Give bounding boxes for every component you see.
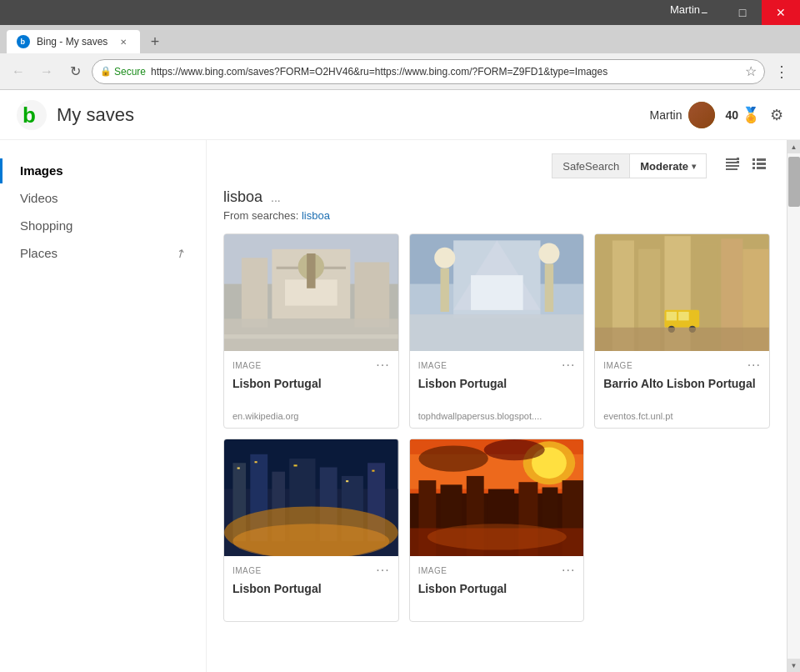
content-area: SafeSearch Moderate ▾ [207, 140, 787, 672]
header-username: Martin [650, 108, 682, 122]
svg-rect-8 [737, 158, 739, 160]
url-bar-wrap: 🔒 Secure ☆ [92, 59, 765, 84]
window-controls: − □ ✕ [685, 0, 800, 25]
sidebar-item-label: Places [20, 246, 58, 260]
section-title: lisboa [223, 188, 262, 206]
scroll-down-button[interactable]: ▼ [788, 659, 800, 672]
url-input[interactable] [92, 59, 765, 84]
view-toggle [722, 153, 770, 178]
svg-rect-12 [752, 163, 755, 165]
image-card[interactable]: IMAGE ··· Lisbon Portugal tophdwallpaper… [409, 233, 585, 429]
image-card-title: Lisbon Portugal [418, 376, 576, 406]
section-header: lisboa ... [223, 188, 770, 206]
scroll-thumb[interactable] [788, 157, 800, 207]
svg-rect-24 [307, 253, 315, 288]
list-view-icon[interactable] [748, 153, 770, 178]
image-thumbnail [595, 234, 769, 351]
image-thumbnail [410, 439, 584, 556]
svg-rect-9 [737, 161, 739, 163]
svg-rect-30 [471, 275, 523, 310]
bookmark-icon[interactable]: ☆ [745, 63, 757, 79]
image-card[interactable]: IMAGE ··· Lisbon Portugal en.wikipedia.o… [223, 233, 399, 429]
page-title: My saves [57, 104, 134, 126]
title-bar-username: Martin [670, 3, 700, 16]
image-more-button[interactable]: ··· [562, 358, 575, 373]
safe-search-value[interactable]: Moderate ▾ [629, 153, 707, 178]
bing-header: b My saves Martin 40 🏅 ⚙ [0, 90, 800, 140]
image-card[interactable]: IMAGE ··· Lisbon Portugal [223, 439, 399, 622]
sidebar-item-label: Images [20, 163, 63, 178]
settings-icon[interactable]: ⚙ [770, 106, 783, 124]
section-more-button[interactable]: ... [271, 191, 281, 204]
sidebar: Images Videos Shopping Places ↗ [0, 140, 207, 672]
svg-rect-65 [372, 470, 374, 472]
image-more-button[interactable]: ··· [376, 358, 389, 373]
checklist-view-icon[interactable] [722, 153, 743, 178]
image-card-header: IMAGE ··· [418, 563, 576, 578]
browser-content: b My saves Martin 40 🏅 ⚙ Images [0, 90, 800, 672]
safe-search-control[interactable]: SafeSearch Moderate ▾ [552, 153, 707, 178]
reward-badge[interactable]: 40 🏅 [725, 106, 760, 124]
sidebar-item-shopping[interactable]: Shopping [0, 212, 206, 239]
image-card-info: IMAGE ··· Lisbon Portugal tophdwallpaper… [410, 351, 584, 428]
image-card-source: tophdwallpapersus.blogspot.... [418, 411, 576, 421]
search-link[interactable]: lisboa [302, 209, 330, 222]
image-card-info: IMAGE ··· Lisbon Portugal en.wikipedia.o… [224, 351, 398, 428]
svg-point-82 [428, 524, 567, 549]
active-tab[interactable]: b Bing - My saves ✕ [7, 30, 140, 53]
image-more-button[interactable]: ··· [376, 563, 389, 578]
svg-text:b: b [21, 38, 26, 46]
image-type-badge: IMAGE [232, 566, 262, 575]
new-tab-button[interactable]: + [143, 30, 167, 53]
image-card-title: Lisbon Portugal [232, 581, 390, 611]
image-type-badge: IMAGE [232, 361, 262, 370]
svg-point-71 [418, 445, 488, 471]
svg-rect-5 [726, 162, 738, 163]
image-card-title: Barrio Alto Lisbon Portugal [603, 376, 761, 406]
refresh-button[interactable]: ↻ [63, 60, 87, 83]
image-card-header: IMAGE ··· [603, 358, 761, 373]
image-card-source: eventos.fct.unl.pt [603, 411, 761, 421]
maximize-button[interactable]: □ [723, 0, 762, 25]
sidebar-item-label: Shopping [20, 218, 72, 233]
sidebar-item-places[interactable]: Places ↗ [0, 239, 206, 267]
scroll-track: ▲ ▼ [787, 140, 800, 672]
svg-rect-15 [757, 167, 766, 169]
image-type-badge: IMAGE [418, 361, 448, 370]
image-card-info: IMAGE ··· Lisbon Portugal [410, 556, 584, 621]
scroll-up-button[interactable]: ▲ [788, 140, 800, 153]
image-card-info: IMAGE ··· Lisbon Portugal [224, 556, 398, 621]
image-card-title: Lisbon Portugal [418, 581, 576, 611]
bing-logo[interactable]: b [17, 100, 47, 130]
image-type-badge: IMAGE [603, 361, 632, 370]
svg-rect-6 [726, 165, 739, 167]
svg-rect-34 [544, 264, 552, 312]
user-info[interactable]: Martin [650, 102, 716, 128]
svg-rect-49 [595, 328, 769, 351]
sidebar-item-images[interactable]: Images [0, 157, 206, 184]
forward-button[interactable]: → [35, 60, 58, 83]
image-more-button[interactable]: ··· [748, 358, 761, 373]
safe-search-label: SafeSearch [552, 153, 629, 178]
svg-rect-61 [238, 467, 240, 469]
svg-rect-46 [678, 312, 689, 320]
browser-menu-button[interactable]: ⋮ [770, 60, 793, 83]
tab-title: Bing - My saves [37, 36, 110, 48]
title-bar: Martin − □ ✕ [0, 0, 800, 25]
svg-point-31 [434, 248, 455, 268]
back-button[interactable]: ← [7, 60, 30, 83]
svg-rect-45 [667, 312, 678, 320]
close-button[interactable]: ✕ [762, 0, 800, 25]
svg-rect-10 [752, 158, 755, 161]
address-bar: ← → ↻ 🔒 Secure ☆ ⋮ [0, 53, 800, 90]
image-more-button[interactable]: ··· [562, 563, 575, 578]
tab-close-button[interactable]: ✕ [117, 35, 130, 48]
image-card[interactable]: IMAGE ··· Barrio Alto Lisbon Portugal ev… [594, 233, 770, 429]
image-card-source: en.wikipedia.org [232, 411, 390, 421]
svg-point-72 [483, 439, 544, 460]
image-card[interactable]: IMAGE ··· Lisbon Portugal [409, 439, 585, 622]
image-card-header: IMAGE ··· [418, 358, 576, 373]
sidebar-item-videos[interactable]: Videos [0, 184, 206, 212]
image-card-header: IMAGE ··· [232, 563, 390, 578]
dropdown-arrow-icon: ▾ [692, 162, 696, 171]
